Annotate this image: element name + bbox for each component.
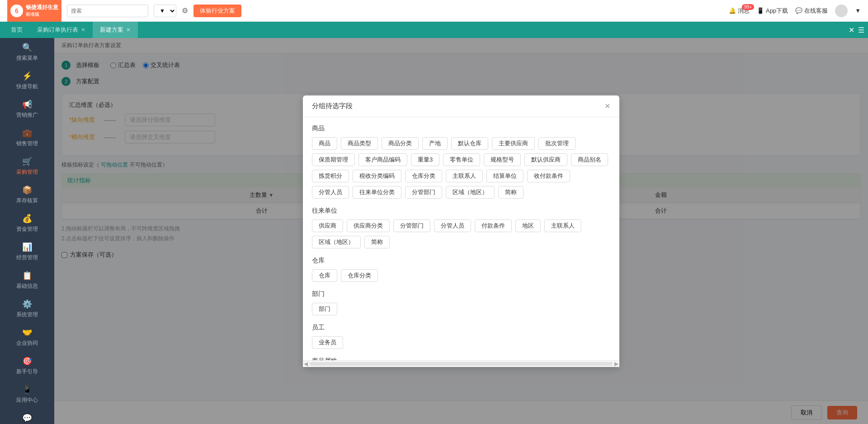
- tab-new-plan[interactable]: 新建方案 ✕: [93, 22, 138, 38]
- scroll-right-arrow[interactable]: ▶: [614, 361, 618, 367]
- sidebar-basic-info-label: 基础信息: [16, 282, 38, 290]
- field-tags-仓库: 仓库仓库分类: [312, 269, 610, 282]
- sidebar-item-finance[interactable]: 💰 资金管理: [0, 209, 54, 238]
- field-tag[interactable]: 部门: [312, 303, 337, 315]
- sidebar-item-collab[interactable]: 🤝 企业协同: [0, 323, 54, 352]
- field-tag[interactable]: 拣货积分: [312, 170, 349, 182]
- tab-home[interactable]: 首页: [4, 22, 30, 38]
- field-tag[interactable]: 地区: [515, 219, 541, 232]
- modal-overlay: 分组待选字段 ✕ 商品商品商品类型商品分类产地默认仓库主要供应商批次管理保质期管…: [54, 38, 868, 424]
- field-tag[interactable]: 供应商分类: [347, 219, 390, 232]
- avatar[interactable]: [835, 5, 848, 17]
- field-tag[interactable]: 商品别名: [571, 153, 608, 166]
- section-title: 商品属性: [312, 357, 610, 360]
- field-tag[interactable]: 商品类型: [341, 137, 378, 150]
- field-tag[interactable]: 分管部门: [393, 219, 430, 232]
- sidebar-apps-label: 应用中心: [16, 396, 38, 404]
- sidebar-item-inventory[interactable]: 📦 库存核算: [0, 181, 54, 209]
- online-service[interactable]: 💬 在线客服: [795, 7, 828, 15]
- scroll-left-arrow[interactable]: ◀: [304, 361, 308, 367]
- sidebar-item-system[interactable]: ⚙️ 系统管理: [0, 295, 54, 323]
- field-tag[interactable]: 往来单位分类: [353, 186, 401, 199]
- field-tag[interactable]: 商品: [312, 137, 337, 150]
- gear-icon[interactable]: ⚙: [182, 6, 188, 15]
- notification-badge: 99+: [742, 4, 754, 10]
- user-menu-icon[interactable]: ▼: [855, 7, 861, 14]
- system-icon: ⚙️: [22, 299, 32, 309]
- apps-icon: 📱: [22, 385, 32, 395]
- field-tag[interactable]: 零售单位: [443, 153, 480, 166]
- field-tag[interactable]: 分管人员: [312, 186, 349, 199]
- field-tag[interactable]: 主联系人: [544, 219, 581, 232]
- tab-home-label: 首页: [11, 26, 23, 34]
- field-tag[interactable]: 默认供应商: [524, 153, 567, 166]
- field-tag[interactable]: 仓库: [312, 269, 337, 282]
- field-tag[interactable]: 区域（地区）: [312, 236, 361, 248]
- search-input[interactable]: [67, 5, 148, 17]
- field-tag[interactable]: 商品分类: [382, 137, 419, 150]
- sidebar-guide-label: 新手引导: [16, 368, 38, 376]
- tab-new-plan-label: 新建方案: [100, 26, 123, 34]
- field-tag[interactable]: 主要供应商: [492, 137, 535, 150]
- quick-nav-icon: ⚡: [22, 71, 32, 81]
- collab-icon: 🤝: [22, 328, 32, 338]
- sidebar-collab-label: 企业协同: [16, 339, 38, 347]
- field-tag[interactable]: 分管人员: [434, 219, 471, 232]
- field-tag[interactable]: 供应商: [312, 219, 343, 232]
- field-tag[interactable]: 税收分类编码: [353, 170, 401, 182]
- sidebar-item-sales[interactable]: 💼 销售管理: [0, 124, 54, 152]
- field-tag[interactable]: 规格型号: [484, 153, 521, 166]
- field-tag[interactable]: 简称: [498, 186, 524, 199]
- field-tag[interactable]: 收付款条件: [527, 170, 570, 182]
- field-tag[interactable]: 产地: [422, 137, 448, 150]
- field-tag[interactable]: 简称: [364, 236, 390, 248]
- tab-purchase-close[interactable]: ✕: [81, 27, 85, 33]
- sidebar-item-guide[interactable]: 🎯 新手引导: [0, 352, 54, 380]
- modal-body: 商品商品商品类型商品分类产地默认仓库主要供应商批次管理保质期管理客户商品编码重量…: [303, 117, 619, 360]
- sidebar-item-apps[interactable]: 📱 应用中心: [0, 380, 54, 409]
- field-tag[interactable]: 批次管理: [538, 137, 576, 150]
- field-tag[interactable]: 重量3: [411, 153, 439, 166]
- sidebar-item-search[interactable]: 🔍 搜索菜单: [0, 38, 54, 67]
- tab-bar: 首页 采购订单执行表 ✕ 新建方案 ✕ ✕ ☰: [0, 22, 868, 38]
- finance-icon: 💰: [22, 214, 32, 224]
- sidebar-item-purchase[interactable]: 🛒 采购管理: [0, 152, 54, 181]
- logo-text: 畅捷通好生意 标准版: [26, 4, 58, 17]
- tab-new-plan-close[interactable]: ✕: [126, 27, 131, 33]
- field-tag[interactable]: 区域（地区）: [446, 186, 495, 199]
- sidebar-item-wechat[interactable]: 💬 企业微信: [0, 409, 54, 424]
- field-tag[interactable]: 保质期管理: [312, 153, 355, 166]
- field-tag[interactable]: 客户商品编码: [359, 153, 407, 166]
- notification-bell[interactable]: 🔔 99+ 消息: [729, 7, 750, 15]
- app-download[interactable]: 📱 App下载: [757, 7, 788, 15]
- inventory-icon: 📦: [22, 185, 32, 195]
- tab-close-all-icon[interactable]: ✕: [849, 26, 854, 34]
- field-section-商品: 商品商品商品类型商品分类产地默认仓库主要供应商批次管理保质期管理客户商品编码重量…: [312, 124, 610, 199]
- horizontal-scrollbar[interactable]: [310, 362, 613, 366]
- tab-menu-icon[interactable]: ☰: [858, 26, 864, 34]
- field-tag[interactable]: 结算单位: [486, 170, 524, 182]
- trial-button[interactable]: 体验行业方案: [193, 5, 241, 17]
- field-tags-部门: 部门: [312, 303, 610, 315]
- field-tag[interactable]: 主联系人: [446, 170, 483, 182]
- service-icon: 💬: [795, 7, 802, 14]
- sidebar-purchase-label: 采购管理: [16, 168, 38, 176]
- tab-purchase-list[interactable]: 采购订单执行表 ✕: [30, 22, 93, 38]
- sidebar-item-quick-nav[interactable]: ⚡ 快捷导航: [0, 67, 54, 95]
- field-tag[interactable]: 分管部门: [405, 186, 442, 199]
- sidebar-item-basic-info[interactable]: 📋 基础信息: [0, 266, 54, 295]
- search-dropdown[interactable]: ▼: [154, 5, 176, 17]
- field-tag[interactable]: 付款条件: [475, 219, 512, 232]
- field-tag[interactable]: 业务员: [312, 336, 343, 349]
- modal-close-button[interactable]: ✕: [604, 102, 610, 110]
- modal-footer-scrollbar[interactable]: ◀ ▶: [303, 360, 619, 367]
- field-tag[interactable]: 仓库分类: [341, 269, 378, 282]
- top-right-actions: 🔔 99+ 消息 📱 App下载 💬 在线客服 ▼: [729, 5, 861, 17]
- field-tag[interactable]: 默认仓库: [451, 137, 488, 150]
- section-title: 仓库: [312, 257, 610, 265]
- logo: 6 畅捷通好生意 标准版: [7, 0, 61, 22]
- sidebar-item-marketing[interactable]: 📢 营销推广: [0, 95, 54, 124]
- field-tag[interactable]: 仓库分类: [405, 170, 442, 182]
- sidebar-sales-label: 销售管理: [16, 140, 38, 148]
- sidebar-item-operations[interactable]: 📊 经营管理: [0, 238, 54, 266]
